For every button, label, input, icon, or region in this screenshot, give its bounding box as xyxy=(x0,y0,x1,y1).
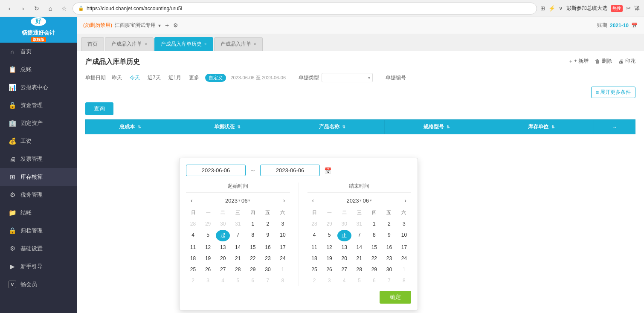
col-total-cost[interactable]: 总成本 ⇅ xyxy=(86,120,175,134)
cal-day[interactable]: 7 xyxy=(261,275,275,286)
cal-day[interactable]: 13 xyxy=(337,242,351,252)
cal-day[interactable]: 31 xyxy=(231,219,245,229)
sidebar-item-salary[interactable]: 💰 工资 xyxy=(0,132,77,150)
cal-day[interactable]: 13 xyxy=(216,242,230,252)
cal-day[interactable]: 22 xyxy=(246,253,260,264)
cal-day[interactable]: 29 xyxy=(367,264,381,275)
address-bar[interactable]: 🔒 https://cloud.chanjet.com/accounting/u… xyxy=(73,3,537,14)
bookmark-button[interactable]: ☆ xyxy=(59,3,69,14)
cal-day[interactable]: 11 xyxy=(307,242,322,252)
back-button[interactable]: ‹ xyxy=(4,3,15,14)
cal-day[interactable]: 30 xyxy=(216,219,230,229)
cal-day[interactable]: 30 xyxy=(337,219,351,229)
company-selector[interactable]: (勿删勿禁用) 江西服宝测试专用 ▾ xyxy=(83,22,161,29)
cal-day[interactable]: 3 xyxy=(322,275,337,286)
cal-day[interactable]: 2 xyxy=(307,275,322,286)
cal-day[interactable]: 5 xyxy=(201,230,215,241)
chevron-down-icon[interactable]: ∨ xyxy=(559,5,563,12)
cal-day[interactable]: 28 xyxy=(186,219,200,229)
cal-day[interactable]: 5 xyxy=(352,275,366,286)
cal-day[interactable]: 6 xyxy=(367,275,381,286)
tab-product-history-close-icon[interactable]: × xyxy=(204,42,207,46)
sidebar-item-assets[interactable]: 🏢 固定资产 xyxy=(0,114,77,132)
cal-day[interactable]: 30 xyxy=(261,264,275,275)
cal-day[interactable]: 7 xyxy=(382,275,396,286)
col-spec[interactable]: 规格型号 ⇅ xyxy=(384,120,489,134)
cal-day[interactable]: 8 xyxy=(397,275,411,286)
cal-day[interactable]: 1 xyxy=(367,219,381,229)
cal-day[interactable]: 24 xyxy=(397,253,411,264)
cal-day[interactable]: 28 xyxy=(352,264,366,275)
custom-btn[interactable]: 自定义 xyxy=(205,74,226,82)
tab-product-list2[interactable]: 产成品入库单 × xyxy=(214,37,263,51)
cal-day[interactable]: 15 xyxy=(367,242,381,252)
translate-icon[interactable]: 译 xyxy=(634,5,640,12)
cal-day[interactable]: 4 xyxy=(216,275,230,286)
delete-button[interactable]: 🗑 删除 xyxy=(595,58,612,65)
cal-day[interactable]: 17 xyxy=(276,242,290,252)
cal-day[interactable]: 3 xyxy=(276,219,290,229)
cal-day[interactable]: 10 xyxy=(397,230,411,241)
cal-day[interactable]: 3 xyxy=(201,275,215,286)
cal-day[interactable]: 16 xyxy=(382,242,396,252)
add-company-icon[interactable]: + xyxy=(165,22,169,29)
start-month-selector[interactable]: 06 ▾ xyxy=(241,197,250,204)
tab-product-list2-close-icon[interactable]: × xyxy=(254,42,256,46)
calendar-icon[interactable]: 📅 xyxy=(631,23,638,29)
cal-day[interactable]: 止 xyxy=(337,230,351,241)
refresh-button[interactable]: ↻ xyxy=(32,3,42,14)
end-year-selector[interactable]: 2023 ▾ xyxy=(347,197,362,204)
start-next-month-button[interactable]: › xyxy=(281,196,288,205)
sidebar-item-archive[interactable]: 🔒 归档管理 xyxy=(0,222,77,240)
start-prev-month-button[interactable]: ‹ xyxy=(188,196,195,205)
tab-product-list-close-icon[interactable]: × xyxy=(145,42,147,46)
cal-day[interactable]: 27 xyxy=(337,264,351,275)
cal-day[interactable]: 22 xyxy=(367,253,381,264)
start-year-selector[interactable]: 2023 ▾ xyxy=(225,197,241,204)
expand-conditions-button[interactable]: ≡ 展开更多条件 xyxy=(591,87,635,98)
cal-day[interactable]: 7 xyxy=(231,230,245,241)
more-btn[interactable]: 更多 xyxy=(187,73,201,82)
cal-day[interactable]: 28 xyxy=(231,264,245,275)
last7-btn[interactable]: 近7天 xyxy=(146,73,162,82)
print-button[interactable]: 🖨 印花 xyxy=(618,58,635,65)
lightning-icon[interactable]: ⚡ xyxy=(548,5,555,12)
extensions-icon[interactable]: ⊞ xyxy=(540,5,545,12)
cal-day[interactable]: 27 xyxy=(216,264,230,275)
cal-day[interactable]: 8 xyxy=(367,230,381,241)
tab-product-list[interactable]: 产成品入库单 × xyxy=(105,37,154,51)
cal-day[interactable]: 16 xyxy=(261,242,275,252)
cal-day[interactable]: 31 xyxy=(352,219,366,229)
cal-day[interactable]: 23 xyxy=(382,253,396,264)
add-button[interactable]: + + 新增 xyxy=(569,58,589,65)
cal-day[interactable]: 26 xyxy=(322,264,337,275)
cal-day[interactable]: 12 xyxy=(201,242,215,252)
cal-day[interactable]: 4 xyxy=(307,230,322,241)
calendar-picker-icon[interactable]: 📅 xyxy=(324,167,331,174)
cal-day[interactable]: 1 xyxy=(246,219,260,229)
col-status[interactable]: 单据状态 ⇅ xyxy=(175,120,280,134)
cal-day[interactable]: 14 xyxy=(231,242,245,252)
cal-day[interactable]: 11 xyxy=(186,242,200,252)
cal-day[interactable]: 6 xyxy=(246,275,260,286)
cal-day[interactable]: 2 xyxy=(186,275,200,286)
sidebar-item-inventory[interactable]: ⊞ 库存核算 xyxy=(0,168,77,186)
cal-day[interactable]: 4 xyxy=(186,230,200,241)
end-next-month-button[interactable]: › xyxy=(402,196,409,205)
cal-day[interactable]: 15 xyxy=(246,242,260,252)
cal-day[interactable]: 3 xyxy=(397,219,411,229)
last1month-btn[interactable]: 近1月 xyxy=(167,73,183,82)
sidebar-item-checkout[interactable]: 📁 结账 xyxy=(0,204,77,222)
cal-day[interactable]: 12 xyxy=(322,242,337,252)
type-select[interactable] xyxy=(322,73,373,82)
cal-day[interactable]: 25 xyxy=(307,264,322,275)
sidebar-item-ledger[interactable]: 📋 总账 xyxy=(0,61,77,78)
settings-gear-icon[interactable]: ⚙ xyxy=(173,22,178,29)
cal-day[interactable]: 19 xyxy=(201,253,215,264)
sidebar-item-member[interactable]: V 畅会员 xyxy=(0,275,77,293)
sidebar-item-guide[interactable]: ▶ 新手引导 xyxy=(0,258,77,275)
sidebar-item-settings[interactable]: ⚙ 基础设置 xyxy=(0,240,77,258)
cal-day[interactable]: 29 xyxy=(322,219,337,229)
tab-home[interactable]: 首页 xyxy=(81,37,104,51)
cal-day[interactable]: 26 xyxy=(201,264,215,275)
